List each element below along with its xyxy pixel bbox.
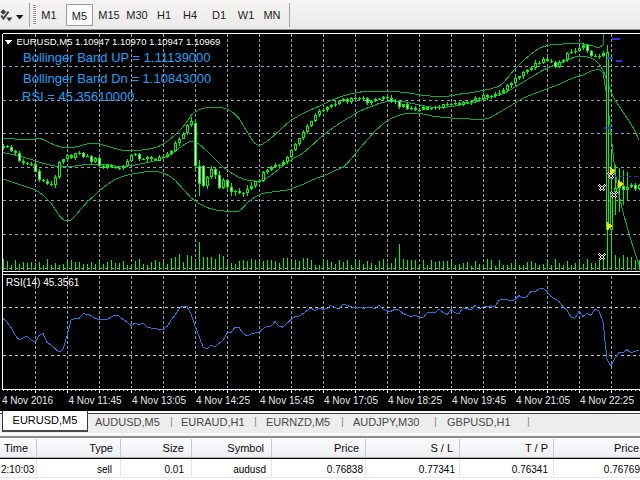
svg-text:RSI = 45.35610000: RSI = 45.35610000 — [22, 89, 134, 104]
svg-text:4 Nov 2016: 4 Nov 2016 — [2, 395, 54, 406]
svg-text:4 Nov 11:45: 4 Nov 11:45 — [68, 395, 122, 406]
svg-text:4 Nov 22:25: 4 Nov 22:25 — [580, 395, 634, 406]
svg-text:4 Nov 14:25: 4 Nov 14:25 — [196, 395, 250, 406]
svg-text:4 Nov 15:45: 4 Nov 15:45 — [260, 395, 314, 406]
svg-text:4 Nov 17:05: 4 Nov 17:05 — [324, 395, 378, 406]
svg-text:4 Nov 13:05: 4 Nov 13:05 — [132, 395, 186, 406]
svg-text:Bollinger Band UP = 1.11139000: Bollinger Band UP = 1.11139000 — [23, 50, 211, 65]
svg-text:EURUSD,M5 1.10947 1.10970 1.1: EURUSD,M5 1.10947 1.10970 1.10947 1.1096… — [17, 36, 221, 47]
svg-text:Bollinger Band Dn = 1.10843000: Bollinger Band Dn = 1.10843000 — [23, 71, 211, 86]
svg-text:RSI(14) 45.3561: RSI(14) 45.3561 — [6, 277, 80, 288]
svg-text:4 Nov 18:25: 4 Nov 18:25 — [388, 395, 442, 406]
svg-text:4 Nov 19:45: 4 Nov 19:45 — [452, 395, 506, 406]
svg-text:4 Nov 21:05: 4 Nov 21:05 — [516, 395, 570, 406]
